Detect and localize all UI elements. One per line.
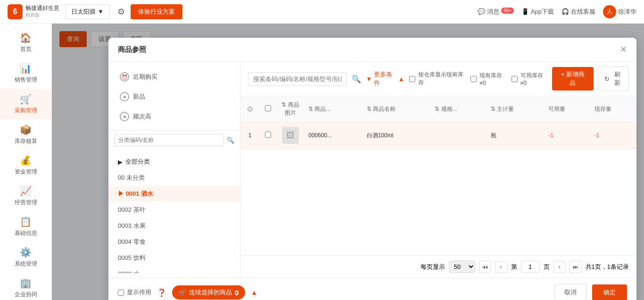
th-name: ⇅ 商品名称 [363,96,431,122]
app-download-group[interactable]: 📱 App下载 [521,8,554,16]
right-panel: 🔍 ▼ 更多条件 ▲ 按仓库显示现有库存 现有库存≠0 [240,62,636,278]
messages-label: 消息 [487,8,499,16]
th-img-sort-icon: ⇅ [281,101,286,108]
collapse-icon[interactable]: ▲ [251,289,257,296]
available-stock-label: 可用库存≠0 [520,72,547,86]
td-spec [431,122,487,149]
help-icon[interactable]: ❓ [157,288,166,297]
user-group[interactable]: 人 徐泽华 [603,5,636,18]
sidebar-item-sales[interactable]: 📊 销售管理 [0,58,51,89]
disabled-checkbox[interactable] [118,290,124,296]
logo-icon: 6 [8,4,23,19]
sidebar-item-label: 首页 [20,45,32,53]
sidebar-item-ops[interactable]: 📈 经营管理 [0,181,51,211]
sidebar-item-basics[interactable]: 📋 基础信息 [0,211,51,242]
th-code-label: 商品... [314,106,330,112]
row-checkbox[interactable] [265,132,271,138]
recent-label: 近期购买 [133,73,157,81]
sidebar-item-label: 资金管理 [15,168,37,176]
messages-group[interactable]: 💬 消息 99+ [478,8,514,16]
table-row[interactable]: 1 🖼 000600... [240,122,636,149]
category-00[interactable]: 00 未分类 [108,170,240,186]
search-submit-icon[interactable]: 🔍 [352,75,361,83]
last-page-btn[interactable]: ⏭ [570,261,582,273]
th-available: 可用量 [545,96,590,122]
cart-group[interactable]: 🛒 连续选择的商品 0 [172,285,245,300]
warehouse-checkbox[interactable] [409,76,415,82]
next-page-btn[interactable]: › [553,261,566,273]
sidebar-item-label: 采购管理 [15,107,37,115]
td-unit: 瓶 [487,122,545,149]
messages-badge: 99+ [501,8,514,14]
confirm-button[interactable]: 确定 [592,284,627,300]
td-stock: -1 [591,122,636,149]
table-gear-icon[interactable]: ⚙ [247,105,253,113]
cancel-button[interactable]: 取消 [554,284,586,300]
checkbox-warehouse[interactable]: 按仓库显示现有库存 [409,71,466,87]
show-disabled-label: 显示停用 [127,288,151,297]
checkbox-current-stock[interactable]: 现有库存≠0 [471,72,506,86]
checkbox-available-stock[interactable]: 可用库存≠0 [512,72,547,86]
expand-icon: ▶ [118,158,123,166]
phone-icon: 📱 [521,8,529,15]
add-product-btn[interactable]: + 新增商品 [552,67,594,91]
sidebar-item-label: 经营管理 [15,199,37,207]
category-label: 0003 水果 [118,222,146,229]
th-check [259,96,276,122]
total-info: 共1页，1条记录 [586,263,629,271]
first-page-btn[interactable]: ⏮ [479,261,491,273]
category-0001[interactable]: ▶ 0001 酒水 [108,186,240,202]
more-filter-btn[interactable]: ▼ 更多条件 ▲ [366,70,405,87]
sidebar-item-enterprise[interactable]: 🏢 企业协同 [0,273,51,300]
modal-close-button[interactable]: ✕ [620,44,627,55]
category-0005[interactable]: 0005 饮料 [108,250,240,266]
category-0003[interactable]: 0003 水果 [108,218,240,234]
page-size-select[interactable]: 50 10 20 100 [449,260,475,273]
sidebar-item-purchase[interactable]: 🛒 采购管理 [0,89,51,119]
logo-area: 6 畅捷通好生意 精易版 [8,4,59,19]
sidebar-item-system[interactable]: ⚙️ 系统管理 [0,242,51,273]
store-label: 日太阳膜 [71,8,96,16]
filter-arrow-icon: ▲ [398,75,405,83]
sidebar-item-label: 基础信息 [15,229,37,237]
available-stock-checkbox[interactable] [512,76,518,82]
row-num: 1 [248,132,252,139]
search-icon[interactable]: 🔍 [227,137,234,144]
category-0004[interactable]: 0004 零食 [108,234,240,250]
sidebar-item-home[interactable]: 🏠 首页 [0,27,51,58]
recent-purchases-item[interactable]: ⏰ 近期购买 [114,68,234,85]
product-search-input[interactable] [248,72,347,86]
category-label: 0005 饮料 [118,254,146,261]
show-disabled-checkbox[interactable]: 显示停用 [118,288,151,297]
frequent-icon: ★ [120,112,129,121]
prev-page-btn[interactable]: ‹ [495,261,507,273]
product-unit: 瓶 [491,132,496,139]
chevron-down-icon: ▼ [98,8,104,15]
all-categories-item[interactable]: ▶ 全部分类 [108,154,240,170]
table-header-row: ⚙ ⇅ 商品图片 [240,96,636,122]
store-dropdown[interactable]: 日太阳膜 ▼ [65,4,110,19]
current-stock-checkbox[interactable] [471,76,477,82]
category-label: 0008 水 [118,270,140,273]
sidebar-item-finance[interactable]: 💰 资金管理 [0,150,51,181]
page-word: 第 [511,263,517,271]
page-input[interactable] [521,261,540,273]
online-service-group[interactable]: 🎧 在线客服 [561,8,595,16]
refresh-btn[interactable]: ↻ 刷新 [598,67,629,91]
category-0002[interactable]: 0002 茶叶 [108,202,240,218]
gear-icon[interactable]: ⚙ [117,7,125,17]
app-name: 畅捷通好生意 [25,5,59,12]
new-products-item[interactable]: ★ 新品 [114,88,234,105]
frequent-item[interactable]: ★ 频次高 [114,108,234,125]
select-all-checkbox[interactable] [265,105,271,111]
sales-icon: 📊 [20,63,32,74]
category-0008[interactable]: 0008 水 [108,266,240,273]
sidebar-item-inventory[interactable]: 📦 库存核算 [0,119,51,150]
category-search-input[interactable] [114,134,224,146]
th-spec-label: 规格... [441,106,457,112]
filter-icon: ▼ [366,75,372,83]
th-spec: ⇅ 规格... [431,96,487,122]
experience-btn[interactable]: 体验行业方案 [131,4,182,19]
product-reference-modal: 商品参照 ✕ ⏰ 近期购买 ★ 新品 [108,38,636,300]
th-code-sort-icon: ⇅ [308,106,313,112]
